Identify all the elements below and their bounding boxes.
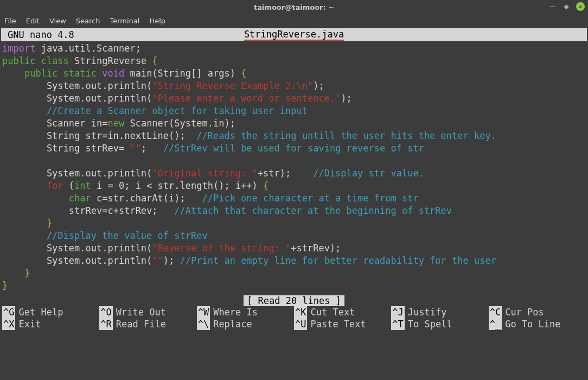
shortcut-to-spell[interactable]: ^TTo Spell xyxy=(391,318,488,330)
code-token: +strRev); xyxy=(291,243,341,254)
shortcut-label: Cut Text xyxy=(310,306,355,318)
shortcut-label: Go To Line xyxy=(505,318,560,330)
shortcut-key: ^\ xyxy=(197,318,210,330)
shortcut-label: Read File xyxy=(116,318,166,330)
code-token: char xyxy=(2,193,91,204)
code-token: Scanner(System.in); xyxy=(124,118,235,129)
code-token: new xyxy=(107,118,124,129)
shortcut-label: Justify xyxy=(408,306,447,318)
window-controls: — ◆ ✕ xyxy=(548,2,585,11)
code-token: "Reverse of the string: " xyxy=(152,243,291,254)
code-token: } xyxy=(2,218,52,229)
code-token: c=str.charAt(i); xyxy=(91,193,186,204)
code-token: "Original string: " xyxy=(152,168,257,179)
nano-status-text: [ Read 20 lines ] xyxy=(244,295,344,306)
code-token: java.util.Scanner; xyxy=(35,43,140,54)
shortcut-justify[interactable]: ^JJustify xyxy=(391,306,488,318)
code-token: import xyxy=(2,43,35,54)
code-token: //Print an empty line for better readabi… xyxy=(174,255,496,266)
code-token: ); xyxy=(163,255,174,266)
code-token: System.out.println( xyxy=(2,93,152,104)
shortcut-write-out[interactable]: ^OWrite Out xyxy=(99,306,196,318)
code-token: } xyxy=(2,280,8,291)
code-token: StringReverse xyxy=(69,55,152,66)
menu-edit[interactable]: Edit xyxy=(26,17,40,25)
maximize-icon[interactable]: ◆ xyxy=(562,2,571,11)
menu-search[interactable]: Search xyxy=(76,17,100,25)
menubar: File Edit View Search Terminal Help xyxy=(0,14,588,28)
shortcut-key: ^C xyxy=(489,306,502,318)
code-token: ); xyxy=(313,80,324,91)
shortcut-where-is[interactable]: ^WWhere Is xyxy=(197,306,294,318)
menu-file[interactable]: File xyxy=(4,17,16,25)
shortcut-label: Cur Pos xyxy=(505,306,544,318)
shortcut-paste-text[interactable]: ^UPaste Text xyxy=(294,318,391,330)
code-token: "" xyxy=(152,255,163,266)
shortcut-label: Paste Text xyxy=(310,318,366,330)
code-token: "Please enter a word or sentence." xyxy=(152,93,341,104)
code-token: System.out.println( xyxy=(2,168,152,179)
shortcut-key: ^_ xyxy=(489,318,502,330)
shortcut-label: To Spell xyxy=(408,318,452,330)
code-token: ); xyxy=(341,93,351,104)
code-token: //Reads the string untill the user hits … xyxy=(186,130,496,141)
shortcut-go-to-line[interactable]: ^_Go To Line xyxy=(489,318,586,330)
nano-app-name: GNU nano 4.8 xyxy=(1,29,74,40)
code-token: int xyxy=(74,180,91,191)
shortcut-key: ^J xyxy=(391,306,404,318)
shortcut-read-file[interactable]: ^RRead File xyxy=(99,318,196,330)
shortcut-key: ^T xyxy=(391,318,404,330)
code-token: for xyxy=(2,180,63,191)
code-token: String strRev= xyxy=(2,143,130,154)
code-token: i = 0; i < str.length(); i++) xyxy=(91,180,263,191)
code-token: +str); xyxy=(258,168,291,179)
code-token: { xyxy=(152,55,157,66)
menu-view[interactable]: View xyxy=(49,17,66,25)
code-token: { xyxy=(263,180,269,191)
shortcut-replace[interactable]: ^\Replace xyxy=(197,318,294,330)
close-icon[interactable]: ✕ xyxy=(576,2,585,11)
code-token: ; xyxy=(141,143,146,154)
shortcut-label: Where Is xyxy=(213,306,258,318)
shortcut-exit[interactable]: ^XExit xyxy=(2,318,99,330)
shortcut-key: ^K xyxy=(294,306,307,318)
code-token: "" xyxy=(130,143,140,154)
window-titlebar: taimoor@taimoor: ~ — ◆ ✕ xyxy=(0,0,588,14)
code-token: //Display the value of strRev xyxy=(2,230,208,241)
code-token: public static xyxy=(2,68,97,79)
code-token: String str=in.nextLine(); xyxy=(2,130,186,141)
code-token: System.out.println( xyxy=(2,80,152,91)
shortcut-key: ^W xyxy=(197,306,210,318)
nano-header: GNU nano 4.8 StringReverse.java xyxy=(1,28,587,41)
menu-help[interactable]: Help xyxy=(149,17,165,25)
code-token: //Display str value. xyxy=(291,168,424,179)
code-token: //StrRev will be used for saving reverse… xyxy=(146,143,424,154)
minimize-icon[interactable]: — xyxy=(548,2,557,11)
shortcut-cur-pos[interactable]: ^CCur Pos xyxy=(489,306,586,318)
shortcut-label: Replace xyxy=(213,318,252,330)
shortcut-key: ^R xyxy=(99,318,112,330)
shortcut-label: Write Out xyxy=(116,306,166,318)
code-token: } xyxy=(2,268,30,278)
window-title: taimoor@taimoor: ~ xyxy=(254,3,334,11)
code-token: strRev=c+strRev; xyxy=(2,205,158,216)
terminal-area[interactable]: GNU nano 4.8 StringReverse.java import j… xyxy=(0,28,588,330)
shortcut-label: Get Help xyxy=(18,306,63,318)
menu-terminal[interactable]: Terminal xyxy=(110,17,139,25)
code-token: ( xyxy=(63,180,74,191)
shortcut-label: Exit xyxy=(18,318,41,330)
nano-status-line: [ Read 20 lines ] xyxy=(1,295,587,306)
code-token: System.out.println( xyxy=(2,243,152,254)
code-token: //Attach that character at the beginning… xyxy=(158,205,452,216)
code-token: //Pick one character at a time from str xyxy=(186,193,419,204)
nano-filename: StringReverse.java xyxy=(244,29,344,41)
code-token: void xyxy=(97,68,124,79)
code-token: Scanner in= xyxy=(2,118,107,129)
nano-shortcuts: ^GGet Help ^OWrite Out ^WWhere Is ^KCut … xyxy=(1,306,587,330)
code-token: public class xyxy=(2,55,69,66)
shortcut-key: ^X xyxy=(2,318,15,330)
shortcut-cut-text[interactable]: ^KCut Text xyxy=(294,306,391,318)
code-token: { xyxy=(241,68,246,79)
shortcut-get-help[interactable]: ^GGet Help xyxy=(2,306,99,318)
editor-content[interactable]: import java.util.Scanner; public class S… xyxy=(1,41,587,292)
